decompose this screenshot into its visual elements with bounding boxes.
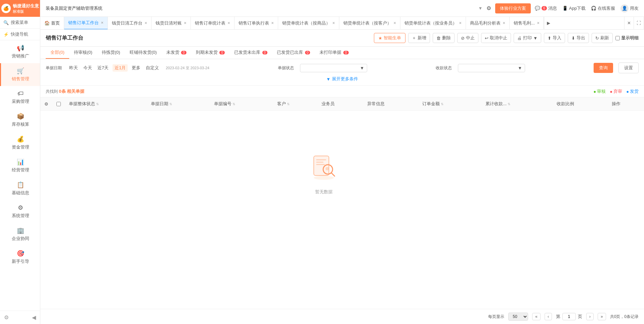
sub-tab-all[interactable]: 全部(0) <box>46 47 69 59</box>
tab-sales-more[interactable]: 销售毛利... ✕ <box>510 17 544 30</box>
import-button[interactable]: ⬆ 导入 <box>544 33 565 43</box>
page-input[interactable] <box>562 313 576 320</box>
sidebar-item-basic[interactable]: 📋 基础信息 <box>0 177 40 200</box>
tab-cash-reconcile[interactable]: 钱货日清对账 ✕ <box>152 17 191 30</box>
sidebar-item-sales[interactable]: 🛒 销售管理 <box>0 63 40 86</box>
tabs-scroll-right[interactable]: ▶ <box>544 17 553 30</box>
tab-sales-stats[interactable]: 销售订单统计表 ✕ <box>191 17 234 30</box>
set-button[interactable]: 设置 <box>618 63 639 73</box>
th-collected-sort[interactable]: 累计收款... ⇅ <box>485 101 548 107</box>
quick-nav[interactable]: ⚡ 快捷导航 <box>0 29 40 40</box>
topbar-chevron-icon[interactable]: ▼ <box>478 6 482 11</box>
date-btn-custom[interactable]: 自定义 <box>144 64 160 72</box>
user-item[interactable]: 👤 用友 <box>620 4 639 12</box>
expand-down-icon: ▼ <box>326 77 331 82</box>
sidebar-item-operations[interactable]: 📊 经营管理 <box>0 154 40 177</box>
tab-cash-daily-close[interactable]: ✕ <box>144 21 147 25</box>
query-button[interactable]: 查询 <box>594 63 613 73</box>
tab-sales-more-close[interactable]: ✕ <box>537 21 540 25</box>
show-detail-label[interactable]: 显示明细 <box>615 35 639 41</box>
revoke-button[interactable]: ● 弃审 <box>610 88 622 94</box>
date-btn-1month[interactable]: 近1月 <box>113 64 128 72</box>
sidebar-item-finance[interactable]: 💰 资金管理 <box>0 131 40 154</box>
tab-sales-stats-close[interactable]: ✕ <box>227 21 230 25</box>
date-btn-yesterday[interactable]: 昨天 <box>68 64 79 72</box>
sidebar-item-guide[interactable]: 🎯 新手引导 <box>0 246 40 269</box>
tab-sales-exec[interactable]: 销售订单执行表 ✕ <box>234 17 278 30</box>
print-button[interactable]: 🖨 打印 ▼ <box>514 33 541 43</box>
solution-button[interactable]: 体验行业方案 <box>495 3 531 13</box>
settings-col-icon[interactable]: ⚙ <box>44 102 48 107</box>
tab-cash-reconcile-close[interactable]: ✕ <box>184 21 186 25</box>
next-page-button[interactable]: › <box>586 313 594 320</box>
tab-sales-stat-product-close[interactable]: ✕ <box>332 21 335 25</box>
date-btn-more[interactable]: 更多 <box>130 64 142 72</box>
tab-cash-daily[interactable]: 钱货日清工作台 ✕ <box>108 17 152 30</box>
prev-page-button[interactable]: ‹ <box>545 313 552 320</box>
settings-icon[interactable]: ⚙ <box>4 314 9 321</box>
status-filter-select[interactable]: ▼ <box>300 64 367 72</box>
th-customer-sort[interactable]: 客户 ⇅ <box>277 101 313 107</box>
tab-sales-exec-close[interactable]: ✕ <box>271 21 274 25</box>
th-settings[interactable]: ⚙ <box>40 97 52 111</box>
tabs-maximize[interactable]: ⛶ <box>634 17 644 30</box>
add-button[interactable]: ＋ 新增 <box>408 33 430 43</box>
app-download-item[interactable]: 📱 App下载 <box>562 5 586 11</box>
sidebar-item-system[interactable]: ⚙ 系统管理 <box>0 200 40 223</box>
tab-sales-stat-product[interactable]: 销货单统计表（按商品） ✕ <box>278 17 339 30</box>
smart-create-button[interactable]: ★ 智能生单 <box>374 33 405 43</box>
sub-tab-wangpu[interactable]: 旺铺待发货(0) <box>125 47 162 59</box>
sub-tab-shipped-out[interactable]: 已发货已出库 0 <box>272 47 315 59</box>
sub-tab-not-printed-label: 未打印单据 <box>319 50 341 55</box>
tab-home[interactable]: 🏠 首页 <box>40 17 64 30</box>
th-operation: 操作 <box>608 97 644 111</box>
expand-filter-button[interactable]: ▼ 展开更多条件 <box>326 76 358 82</box>
th-status-sort[interactable]: 单据整体状态 ⇅ <box>69 101 143 107</box>
sidebar-search[interactable]: 🔍 搜索菜单 <box>0 17 40 29</box>
online-service-item[interactable]: 🎧 在线客服 <box>591 5 615 11</box>
sidebar-item-purchase[interactable]: 🏷 采购管理 <box>0 86 40 109</box>
collapse-icon[interactable]: ◀ <box>32 314 36 321</box>
pause-button[interactable]: ⊘ 中止 <box>457 33 478 43</box>
tab-sales-stat-staff[interactable]: 销货单统计表（按业务员） ✕ <box>400 17 466 30</box>
tab-sales-workbench-close[interactable]: ✕ <box>101 21 103 25</box>
sub-tab-pending-inspect[interactable]: 待拣货(0) <box>97 47 125 59</box>
sub-tab-not-printed[interactable]: 未打印单据 0 <box>315 47 353 59</box>
tabs-close-all[interactable]: ✕ <box>625 17 634 30</box>
tab-goods-profit-close[interactable]: ✕ <box>503 21 505 25</box>
per-page-select[interactable]: 50 10 20 100 <box>508 313 528 321</box>
sub-tab-not-shipped[interactable]: 未发货 0 <box>162 47 191 59</box>
th-amount-sort[interactable]: 订单金额 ⇅ <box>422 101 477 107</box>
date-btn-today[interactable]: 今天 <box>82 64 93 72</box>
select-all-checkbox[interactable] <box>56 102 61 106</box>
topbar-settings-icon[interactable]: ⚙ <box>486 5 491 11</box>
message-label: 消息 <box>548 5 557 11</box>
first-page-button[interactable]: « <box>532 313 541 320</box>
last-page-button[interactable]: » <box>598 313 606 320</box>
show-detail-checkbox[interactable] <box>615 36 620 40</box>
sidebar-item-enterprise[interactable]: 🏢 企业协同 <box>0 223 40 246</box>
th-number-sort[interactable]: 单据编号 ⇅ <box>214 101 269 107</box>
sub-tab-overdue-not-shipped[interactable]: 到期未发货 0 <box>191 47 229 59</box>
audit-button[interactable]: ● 审核 <box>593 88 606 94</box>
sidebar-item-inventory[interactable]: 📦 库存核算 <box>0 109 40 131</box>
tab-sales-stat-customer[interactable]: 销货单统计表（按客户） ✕ <box>339 17 400 30</box>
sub-tab-pending-review[interactable]: 待审核(0) <box>69 47 97 59</box>
message-icon-item[interactable]: 💬 6 消息 <box>535 5 557 11</box>
delete-button[interactable]: 🗑 删除 <box>433 33 455 43</box>
export-button[interactable]: ⬇ 导出 <box>568 33 589 43</box>
sidebar-item-marketing[interactable]: 📢 营销推广 <box>0 40 40 63</box>
cancel-pause-button[interactable]: ↩ 取消中止 <box>481 33 511 43</box>
payment-filter-select[interactable]: ▼ <box>458 64 525 72</box>
tab-sales-stat-customer-close[interactable]: ✕ <box>393 21 396 25</box>
refresh-button[interactable]: ↻ 刷新 <box>592 33 613 43</box>
tab-sales-stat-staff-close[interactable]: ✕ <box>459 21 462 25</box>
tab-goods-profit[interactable]: 商品毛利分析表 ✕ <box>466 17 510 30</box>
th-date-sort[interactable]: 单据日期 ⇅ <box>151 101 206 107</box>
tab-sales-workbench[interactable]: 销售订单工作台 ✕ <box>64 17 108 30</box>
date-btn-7days[interactable]: 近7天 <box>96 64 110 72</box>
ship-button[interactable]: ● 发货 <box>626 88 639 94</box>
action-bar: 共找到 0条 相关单据 ● 审核 ● 弃审 ● 发货 <box>40 86 644 97</box>
th-check[interactable] <box>52 97 65 111</box>
sub-tab-shipped-not-out[interactable]: 已发货未出库 0 <box>229 47 272 59</box>
